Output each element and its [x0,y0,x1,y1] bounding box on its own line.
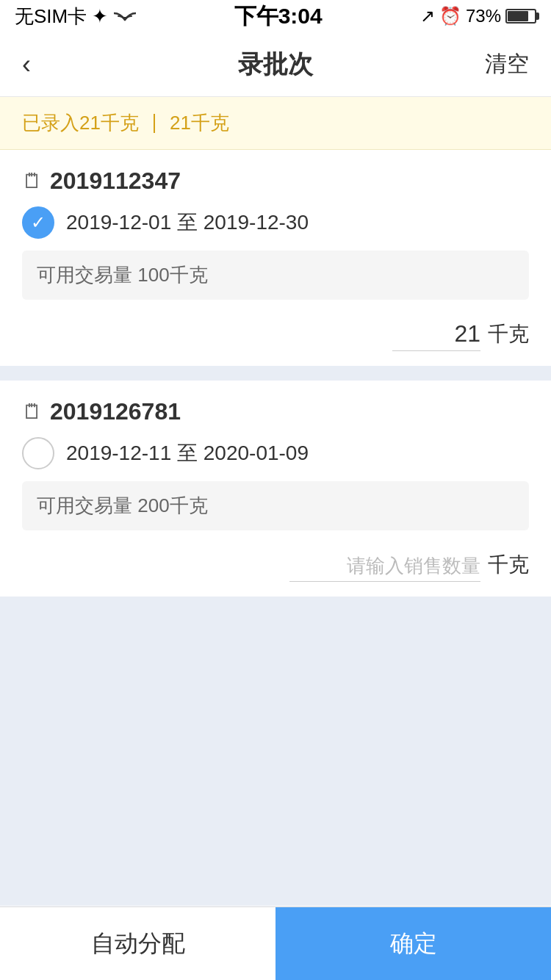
quantity-unit-2: 千克 [488,551,529,579]
batch-id-1: 2019112347 [50,167,181,195]
empty-space [0,597,551,905]
status-time: 下午3:04 [234,1,323,32]
quantity-input-2[interactable] [289,548,480,582]
batch-doc-icon-2: 🗒 [22,400,43,424]
batch-date-row-2: 2019-12-11 至 2020-01-09 [0,431,551,478]
batch-header-2: 🗒 2019126781 [0,381,551,431]
status-bar: 无SIM卡 ✦ 下午3:04 ↗ ⏰ 73% [0,0,551,32]
battery-icon [505,9,536,24]
batch-card-2: 🗒 2019126781 2019-12-11 至 2020-01-09 可用交… [0,381,551,597]
clear-button[interactable]: 清空 [485,49,529,79]
bottom-bar: 自动分配 确定 [0,907,551,980]
sim-text: 无SIM卡 ✦ [15,4,108,29]
nav-bar: ‹ 录批次 清空 [0,32,551,97]
batch-date-1: 2019-12-01 至 2019-12-30 [66,209,309,237]
batch-date-2: 2019-12-11 至 2020-01-09 [66,439,309,467]
back-button[interactable]: ‹ [22,49,66,80]
quantity-input-1[interactable] [392,317,480,351]
batch-quantity-row-2: 千克 [0,542,551,597]
battery-percent: 73% [466,6,501,26]
status-left: 无SIM卡 ✦ [15,4,136,29]
auto-distribute-button[interactable]: 自动分配 [0,907,276,980]
batch-header-1: 🗒 2019112347 [0,150,551,201]
batch-date-row-1: ✓ 2019-12-01 至 2019-12-30 [0,201,551,248]
batch-radio-1[interactable]: ✓ [22,206,54,239]
info-banner: 已录入21千克 21千克 [0,97,551,150]
content-area: 🗒 2019112347 ✓ 2019-12-01 至 2019-12-30 可… [0,150,551,905]
check-icon-1: ✓ [31,212,46,233]
section-divider-1 [0,366,551,381]
wifi-icon [114,5,136,28]
recorded-label: 已录入21千克 [22,110,139,136]
batch-radio-2[interactable] [22,437,54,469]
location-icon: ↗ [420,6,435,26]
confirm-button[interactable]: 确定 [276,907,551,980]
page-title: 录批次 [238,48,313,82]
batch-available-2: 可用交易量 200千克 [22,481,529,530]
alarm-icon: ⏰ [439,6,461,26]
info-divider [154,114,155,133]
batch-id-2: 2019126781 [50,398,181,425]
quantity-unit-1: 千克 [488,320,529,348]
batch-quantity-row-1: 千克 [0,311,551,366]
info-amount: 21千克 [170,110,229,136]
batch-doc-icon-1: 🗒 [22,169,43,193]
batch-available-1: 可用交易量 100千克 [22,251,529,300]
batch-card-1: 🗒 2019112347 ✓ 2019-12-01 至 2019-12-30 可… [0,150,551,366]
status-right: ↗ ⏰ 73% [420,6,536,26]
